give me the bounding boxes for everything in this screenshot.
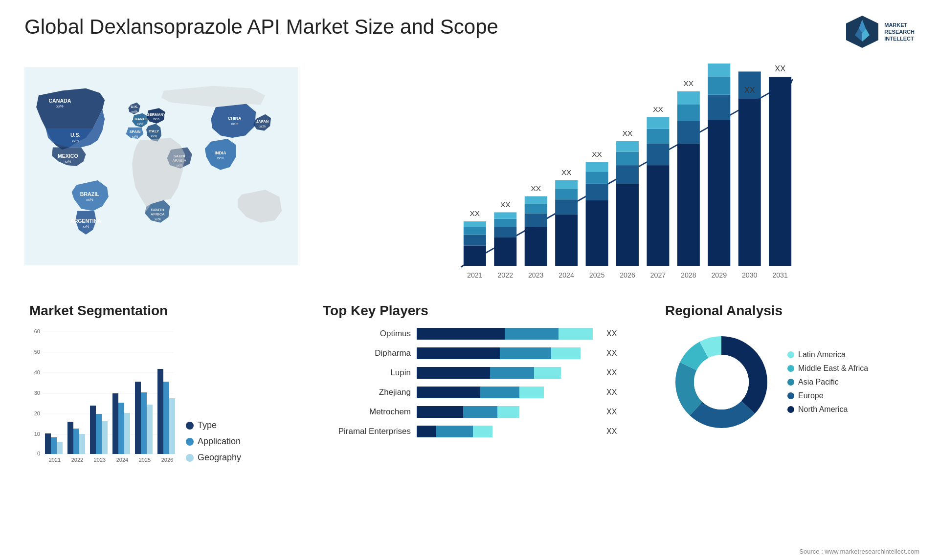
asia-pacific-label: Asia Pacific <box>798 378 839 387</box>
svg-rect-151 <box>463 406 497 418</box>
svg-text:XX: XX <box>470 209 480 217</box>
svg-rect-40 <box>464 235 486 245</box>
svg-text:2027: 2027 <box>650 271 666 279</box>
bar-chart-section: XX XX XX XX <box>308 59 924 293</box>
legend-geo-label: Geography <box>198 452 241 463</box>
player-row: Optimus XX <box>323 326 655 342</box>
logo-text: MARKET RESEARCH INTELLECT <box>884 22 915 43</box>
players-list: Optimus XX Dipharma <box>323 326 655 439</box>
svg-rect-69 <box>647 165 669 266</box>
svg-text:xx%: xx% <box>231 122 238 126</box>
player-name: Metrochem <box>323 407 411 417</box>
svg-text:xx%: xx% <box>56 104 64 108</box>
svg-text:2025: 2025 <box>139 457 151 463</box>
svg-rect-127 <box>141 392 147 454</box>
svg-rect-62 <box>586 162 608 172</box>
north-america-label: North America <box>798 405 848 414</box>
svg-rect-54 <box>555 215 578 266</box>
growth-chart-svg: XX XX XX XX <box>323 64 910 288</box>
svg-rect-146 <box>534 367 561 379</box>
svg-rect-46 <box>494 219 516 227</box>
svg-text:XX: XX <box>531 184 540 193</box>
europe-dot <box>787 392 794 399</box>
svg-text:xx%: xx% <box>65 160 71 163</box>
segmentation-legend: Type Application Geography <box>186 420 241 463</box>
asia-pacific-dot <box>787 379 794 386</box>
player-bar-svg <box>417 404 603 420</box>
player-value: XX <box>606 349 617 358</box>
regional-title: Regional Analysis <box>665 303 910 319</box>
svg-rect-129 <box>157 369 163 454</box>
player-bar-svg <box>417 365 603 381</box>
svg-text:BRAZIL: BRAZIL <box>80 191 99 197</box>
player-value: XX <box>606 408 617 416</box>
svg-rect-115 <box>51 437 57 454</box>
regional-legend-item: Europe <box>787 391 868 400</box>
geo-color-dot <box>186 454 194 462</box>
svg-rect-55 <box>555 199 578 215</box>
svg-rect-128 <box>147 405 153 454</box>
donut-chart-svg <box>665 326 778 438</box>
player-row: Dipharma XX <box>323 345 655 361</box>
svg-rect-152 <box>497 406 519 418</box>
svg-rect-140 <box>559 328 593 340</box>
svg-rect-47 <box>494 212 516 218</box>
svg-text:2022: 2022 <box>497 271 513 279</box>
svg-rect-141 <box>417 347 500 359</box>
svg-rect-122 <box>102 421 108 454</box>
svg-text:ARGENTINA: ARGENTINA <box>70 218 101 224</box>
svg-text:40: 40 <box>34 369 40 375</box>
bottom-section: Market Segmentation 60 50 40 30 20 10 0 <box>15 293 924 473</box>
svg-rect-71 <box>647 129 669 144</box>
svg-text:2028: 2028 <box>681 271 696 279</box>
svg-text:XX: XX <box>623 129 632 137</box>
svg-text:2026: 2026 <box>620 271 635 279</box>
svg-rect-114 <box>45 433 51 454</box>
svg-rect-116 <box>57 442 63 454</box>
svg-text:XX: XX <box>684 79 693 87</box>
svg-rect-120 <box>90 406 96 454</box>
svg-text:ITALY: ITALY <box>149 129 159 133</box>
svg-rect-144 <box>417 367 490 379</box>
mea-label: Middle East & Africa <box>798 364 868 373</box>
svg-text:xx%: xx% <box>72 139 79 143</box>
type-color-dot <box>186 422 194 430</box>
europe-label: Europe <box>798 391 824 400</box>
svg-rect-138 <box>417 328 505 340</box>
svg-rect-131 <box>169 398 175 454</box>
svg-rect-77 <box>677 91 700 104</box>
legend-type-label: Type <box>198 420 217 431</box>
latin-america-dot <box>787 351 794 358</box>
svg-rect-51 <box>525 204 547 214</box>
segmentation-title: Market Segmentation <box>29 303 313 319</box>
svg-rect-130 <box>163 382 169 454</box>
svg-text:60: 60 <box>34 328 40 334</box>
player-name: Piramal Enterprises <box>323 427 411 436</box>
svg-rect-52 <box>525 196 547 204</box>
svg-rect-124 <box>118 403 124 454</box>
svg-text:2025: 2025 <box>589 271 605 279</box>
player-name: Zhejiang <box>323 388 411 397</box>
regional-legend: Latin America Middle East & Africa Asia … <box>787 350 868 414</box>
player-bar-container: XX <box>417 345 617 361</box>
svg-text:2021: 2021 <box>467 271 483 279</box>
svg-text:0: 0 <box>37 451 40 456</box>
svg-text:xx%: xx% <box>217 156 224 160</box>
app-color-dot <box>186 438 194 446</box>
svg-rect-81 <box>708 76 730 94</box>
player-bar-container: XX <box>417 385 617 400</box>
svg-rect-125 <box>124 413 130 454</box>
svg-rect-42 <box>464 221 486 227</box>
svg-text:xx%: xx% <box>151 134 157 138</box>
player-bar-container: XX <box>417 424 617 439</box>
svg-text:XX: XX <box>653 105 663 113</box>
svg-rect-121 <box>96 414 102 454</box>
svg-text:10: 10 <box>34 431 40 437</box>
svg-text:20: 20 <box>34 410 40 416</box>
player-row: Lupin XX <box>323 365 655 381</box>
legend-geography: Geography <box>186 452 241 463</box>
legend-type: Type <box>186 420 241 431</box>
svg-rect-139 <box>505 328 559 340</box>
regional-legend-item: Middle East & Africa <box>787 364 868 373</box>
svg-rect-57 <box>555 180 578 189</box>
